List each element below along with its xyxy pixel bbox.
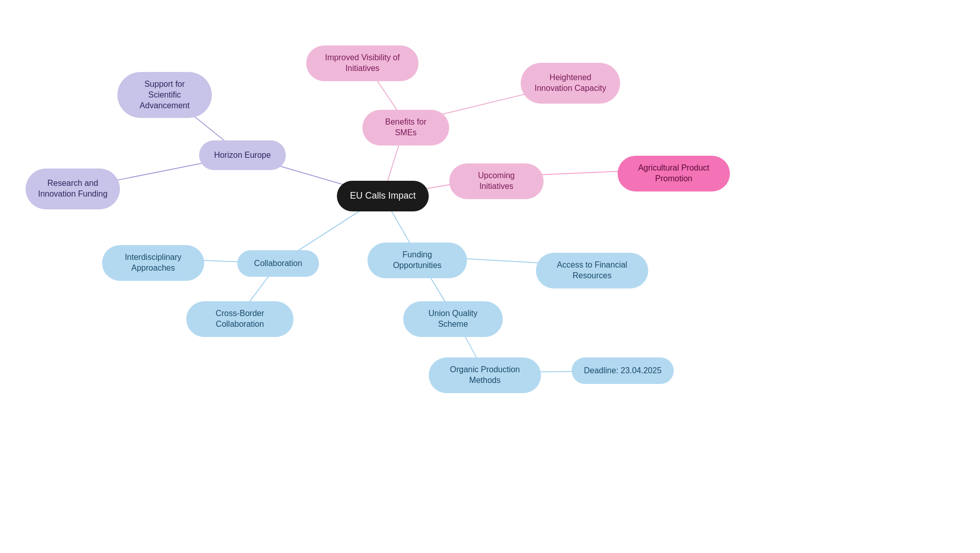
node-horizon-europe: Horizon Europe xyxy=(199,140,286,170)
mindmap-container: EU Calls ImpactHorizon EuropeSupport for… xyxy=(0,0,980,553)
node-collaboration: Collaboration xyxy=(237,250,319,277)
node-improved-visibility: Improved Visibility of Initiatives xyxy=(306,45,419,81)
node-interdisciplinary: Interdisciplinary Approaches xyxy=(102,245,204,281)
node-union-quality: Union Quality Scheme xyxy=(403,301,503,337)
node-benefits-smes: Benefits for SMEs xyxy=(362,110,449,146)
node-deadline: Deadline: 23.04.2025 xyxy=(572,357,674,384)
node-access-financial: Access to Financial Resources xyxy=(536,253,648,288)
node-upcoming-initiatives: Upcoming Initiatives xyxy=(449,163,544,199)
center-node: EU Calls Impact xyxy=(337,181,429,211)
node-support-scientific: Support for Scientific Advancement xyxy=(117,72,212,118)
node-funding-opportunities: Funding Opportunities xyxy=(368,243,467,278)
node-organic-production: Organic Production Methods xyxy=(429,357,541,393)
node-heightened-innovation: Heightened Innovation Capacity xyxy=(521,63,620,104)
node-research-innovation: Research and Innovation Funding xyxy=(26,169,120,209)
node-agricultural-promotion: Agricultural Product Promotion xyxy=(618,156,730,191)
node-cross-border: Cross-Border Collaboration xyxy=(186,301,293,337)
